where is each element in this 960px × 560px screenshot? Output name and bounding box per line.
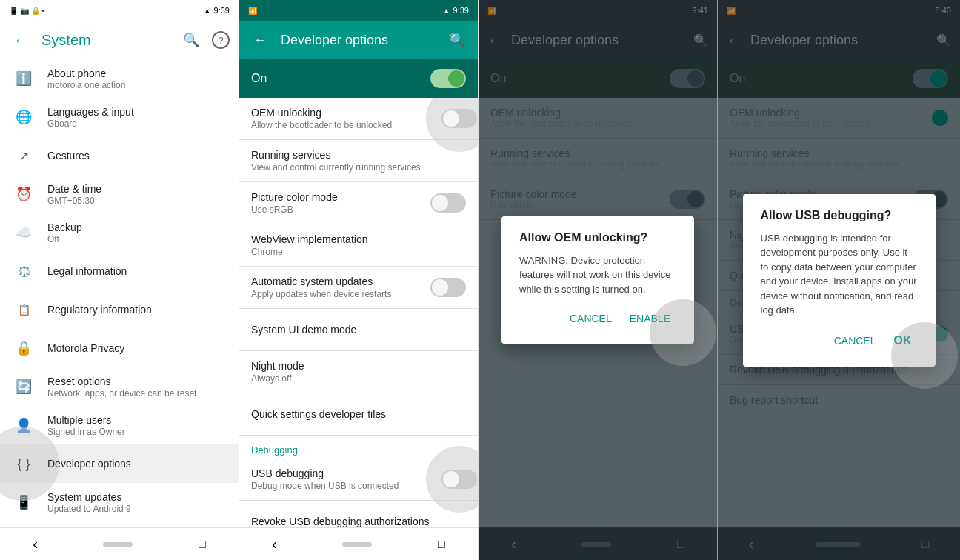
- auto-updates-toggle[interactable]: [430, 278, 466, 297]
- system-ui-demo-item[interactable]: System UI demo mode: [239, 309, 478, 350]
- auto-updates-item[interactable]: Automatic system updates Apply updates w…: [239, 267, 478, 308]
- night-mode-subtitle: Always off: [251, 373, 304, 384]
- users-title: Multiple users: [47, 414, 227, 426]
- dev-on-bar: On: [239, 59, 478, 98]
- notif-icon-p2: 📶: [248, 7, 257, 15]
- oem-toggle[interactable]: [441, 109, 477, 128]
- picture-color-item[interactable]: Picture color mode Use sRGB: [239, 182, 478, 224]
- back-button-panel2[interactable]: ←: [248, 28, 272, 52]
- quick-settings-item[interactable]: Quick settings developer tiles: [239, 393, 478, 435]
- regulatory-icon: 📋: [12, 298, 36, 321]
- usb-debug-title: USB debugging: [251, 467, 399, 479]
- auto-updates-title: Automatic system updates: [251, 276, 391, 287]
- motorola-privacy-icon: 🔒: [12, 336, 36, 360]
- reset-icon: 🔄: [12, 375, 36, 399]
- wifi-icon: ▲: [204, 7, 211, 15]
- nav-back-p2[interactable]: ‹: [272, 536, 277, 553]
- regulatory-title: Regulatory information: [47, 304, 227, 316]
- nav-home-p2[interactable]: [342, 542, 372, 547]
- oem-dialog-body: WARNING: Device protection features will…: [519, 253, 676, 297]
- back-button-panel1[interactable]: ←: [9, 28, 33, 52]
- usb-debugging-item[interactable]: USB debugging Debug mode when USB is con…: [239, 459, 478, 500]
- developer-title: Developer options: [47, 458, 227, 470]
- reset-subtitle: Network, apps, or device can be reset: [47, 388, 227, 399]
- auto-updates-subtitle: Apply updates when device restarts: [251, 289, 391, 299]
- running-services-title: Running services: [251, 149, 421, 161]
- nav-home-indicator[interactable]: [103, 542, 133, 547]
- oem-subtitle: Allow the bootloader to be unlocked: [251, 120, 392, 130]
- nav-recents-p2[interactable]: □: [438, 538, 445, 551]
- nav-bar-panel2: ‹ □: [239, 527, 478, 560]
- time-panel1: 9:39: [214, 6, 230, 15]
- nav-back-icon[interactable]: ‹: [33, 536, 38, 553]
- sidebar-item-developer-options[interactable]: { } Developer options: [0, 444, 239, 483]
- settings-list: ℹ️ About phone motorola one action 🌐 Lan…: [0, 59, 239, 527]
- panel-oem-dialog: 📶 9:41 ← Developer options 🔍 On OEM unlo…: [479, 0, 718, 560]
- users-subtitle: Signed in as Owner: [47, 427, 227, 437]
- picture-color-title: Picture color mode: [251, 191, 338, 203]
- status-bar-left-icons: 📱 📷 🔒 •: [9, 7, 44, 15]
- notification-icons: 📱 📷 🔒 •: [9, 7, 44, 15]
- dev-on-label: On: [251, 72, 267, 85]
- sidebar-item-gestures[interactable]: ↗ Gestures: [0, 136, 239, 175]
- backup-icon: ☁️: [12, 221, 36, 244]
- sidebar-item-datetime[interactable]: ⏰ Date & time GMT+05:30: [0, 175, 239, 213]
- backup-subtitle: Off: [47, 234, 227, 244]
- about-phone-title: About phone: [47, 67, 227, 79]
- panel1-title: System: [41, 32, 170, 49]
- panel-system-settings: 📱 📷 🔒 • ▲ 9:39 ← System 🔍 ? ℹ️ About pho…: [0, 0, 239, 560]
- webview-item[interactable]: WebView implementation Chrome: [239, 224, 478, 266]
- sidebar-item-backup[interactable]: ☁️ Backup Off: [0, 213, 239, 252]
- webview-subtitle: Chrome: [251, 247, 367, 257]
- time-panel2: 9:39: [453, 6, 469, 15]
- legal-title: Legal information: [47, 265, 227, 277]
- developer-top-bar: ← Developer options 🔍: [239, 21, 478, 59]
- oem-dialog-wrapper: Allow OEM unlocking? WARNING: Device pro…: [501, 216, 694, 344]
- status-bar-panel2: 📶 ▲ 9:39: [239, 0, 478, 21]
- status-bar-left-p2: 📶: [248, 7, 257, 15]
- sidebar-item-about-phone[interactable]: ℹ️ About phone motorola one action: [0, 59, 239, 98]
- usb-debug-toggle[interactable]: [441, 470, 477, 489]
- sidebar-item-reset[interactable]: 🔄 Reset options Network, apps, or device…: [0, 367, 239, 406]
- sidebar-item-motorola-privacy[interactable]: 🔒 Motorola Privacy: [0, 329, 239, 367]
- search-button-panel2[interactable]: 🔍: [445, 28, 469, 52]
- picture-color-subtitle: Use sRGB: [251, 204, 338, 215]
- datetime-title: Date & time: [47, 183, 227, 195]
- sidebar-item-legal[interactable]: ⚖️ Legal information: [0, 252, 239, 290]
- datetime-subtitle: GMT+05:30: [47, 196, 227, 206]
- nav-recents-icon[interactable]: □: [199, 538, 206, 551]
- wifi-icon-p2: ▲: [443, 7, 450, 15]
- languages-icon: 🌐: [12, 105, 36, 129]
- oem-title: OEM unlocking: [251, 107, 392, 119]
- picture-color-toggle[interactable]: [430, 193, 466, 213]
- night-mode-item[interactable]: Night mode Always off: [239, 351, 478, 393]
- usb-cancel-button[interactable]: Cancel: [828, 330, 882, 352]
- running-services-subtitle: View and control currently running servi…: [251, 162, 421, 173]
- gestures-title: Gestures: [47, 150, 227, 161]
- quick-settings-title: Quick settings developer tiles: [251, 408, 386, 420]
- oem-cancel-button[interactable]: Cancel: [564, 308, 618, 329]
- status-bar-panel1: 📱 📷 🔒 • ▲ 9:39: [0, 0, 239, 21]
- nav-bar-panel1: ‹ □: [0, 527, 239, 560]
- search-button-panel1[interactable]: 🔍: [179, 28, 203, 52]
- sidebar-item-languages[interactable]: 🌐 Languages & input Gboard: [0, 98, 239, 136]
- languages-subtitle: Gboard: [47, 119, 227, 129]
- panel2-title: Developer options: [281, 33, 436, 48]
- oem-dialog-title: Allow OEM unlocking?: [519, 231, 676, 244]
- reset-title: Reset options: [47, 376, 227, 387]
- about-phone-subtitle: motorola one action: [47, 80, 227, 90]
- dev-options-list: OEM unlocking Allow the bootloader to be…: [239, 98, 478, 527]
- usb-dialog-overlay: Allow USB debugging? USB debugging is in…: [718, 0, 960, 560]
- system-updates-subtitle: Updated to Android 9: [47, 504, 227, 514]
- developer-on-toggle[interactable]: [430, 69, 466, 88]
- oem-unlocking-item[interactable]: OEM unlocking Allow the bootloader to be…: [239, 98, 478, 139]
- help-button-panel1[interactable]: ?: [212, 31, 230, 49]
- datetime-icon: ⏰: [12, 182, 36, 206]
- oem-toggle-knob: [443, 110, 459, 127]
- panel-developer-options: 📶 ▲ 9:39 ← Developer options 🔍 On OEM un…: [239, 0, 479, 560]
- night-mode-title: Night mode: [251, 360, 304, 372]
- system-ui-demo-title: System UI demo mode: [251, 324, 356, 336]
- sidebar-item-regulatory[interactable]: 📋 Regulatory information: [0, 290, 239, 329]
- usb-dialog-title: Allow USB debugging?: [761, 209, 918, 222]
- about-phone-icon: ℹ️: [12, 67, 36, 90]
